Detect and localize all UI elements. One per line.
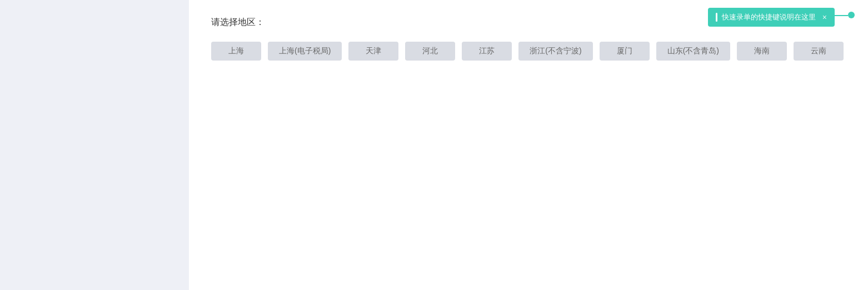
tooltip-connector-line xyxy=(834,15,848,16)
region-button-xiamen[interactable]: 厦门 xyxy=(600,42,650,61)
region-button-hebei[interactable]: 河北 xyxy=(405,42,455,61)
region-button-shanghai[interactable]: 上海 xyxy=(211,42,261,61)
region-buttons-container: 上海上海(电子税局)天津河北江苏浙江(不含宁波)厦门山东(不含青岛)海南云南 xyxy=(211,42,846,61)
tooltip-connector-dot xyxy=(848,12,855,18)
region-button-shandong[interactable]: 山东(不含青岛) xyxy=(656,42,730,61)
main-content: 请选择地区： 上海上海(电子税局)天津河北江苏浙江(不含宁波)厦门山东(不含青岛… xyxy=(189,0,868,290)
tooltip-label: 快速录单的快捷键说明在这里 xyxy=(722,12,816,22)
tooltip-banner: 快速录单的快捷键说明在这里 × xyxy=(708,8,835,27)
tooltip-left-border xyxy=(716,13,717,22)
region-button-shanghai-etax[interactable]: 上海(电子税局) xyxy=(268,42,342,61)
left-panel xyxy=(0,0,189,290)
region-button-hainan[interactable]: 海南 xyxy=(737,42,787,61)
region-button-jiangsu[interactable]: 江苏 xyxy=(462,42,512,61)
region-button-zhejiang[interactable]: 浙江(不含宁波) xyxy=(518,42,592,61)
tooltip-close-button[interactable]: × xyxy=(822,13,827,21)
region-button-yunnan[interactable]: 云南 xyxy=(794,42,844,61)
region-button-tianjin[interactable]: 天津 xyxy=(348,42,398,61)
